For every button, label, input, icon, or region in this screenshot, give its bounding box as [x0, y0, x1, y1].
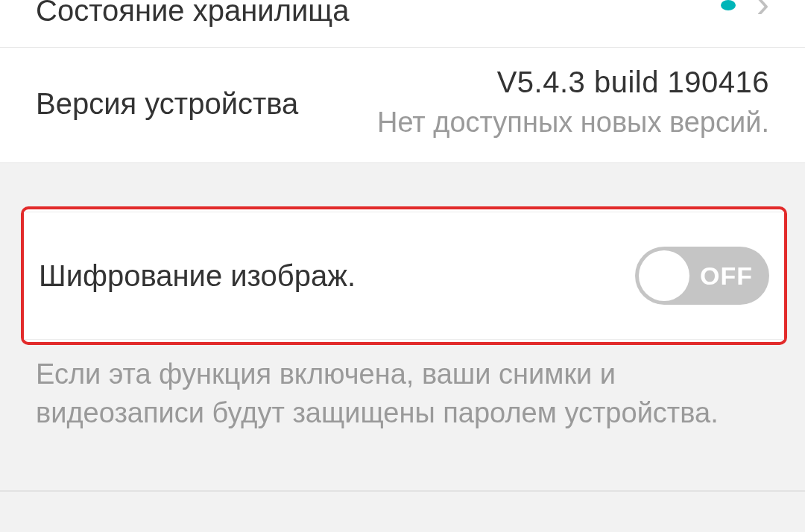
storage-status-indicator: ›: [721, 0, 769, 16]
image-encryption-label: Шифрование изображ.: [39, 259, 356, 293]
image-encryption-toggle[interactable]: OFF: [635, 247, 769, 305]
section-gap-bottom: [0, 450, 805, 492]
encryption-description: Если эта функция включена, ваши снимки и…: [0, 345, 805, 450]
toggle-state-text: OFF: [700, 262, 753, 291]
status-dot-icon: [721, 0, 736, 10]
device-version-value-block: V5.4.3 build 190416 Нет доступных новых …: [377, 66, 769, 142]
storage-status-row[interactable]: Состояние хранилища ›: [0, 0, 805, 48]
device-version-number: V5.4.3 build 190416: [377, 66, 769, 99]
chevron-right-icon: ›: [757, 0, 769, 13]
device-version-row[interactable]: Версия устройства V5.4.3 build 190416 Не…: [0, 48, 805, 163]
section-gap: [0, 163, 805, 206]
device-version-label: Версия устройства: [36, 87, 298, 121]
image-encryption-row[interactable]: Шифрование изображ. OFF: [24, 212, 784, 340]
toggle-knob-icon: [639, 250, 689, 301]
storage-status-label: Состояние хранилища: [36, 0, 349, 28]
device-version-status: Нет доступных новых версий.: [377, 104, 769, 142]
encryption-highlight-box: Шифрование изображ. OFF: [21, 206, 787, 345]
